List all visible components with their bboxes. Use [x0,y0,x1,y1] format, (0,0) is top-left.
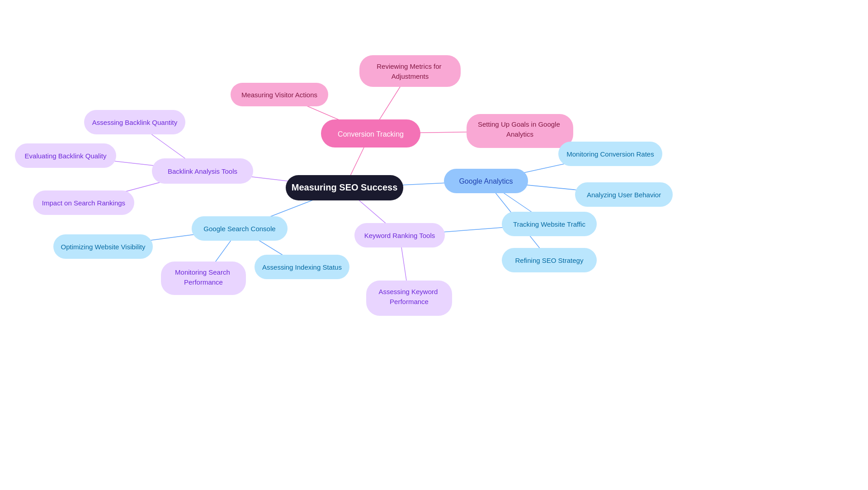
reviewing-metrics-node[interactable] [359,55,461,87]
assessing-indexing-label: Assessing Indexing Status [262,263,342,271]
analyzing-user-label: Analyzing User Behavior [587,191,661,199]
backlink-tools-label: Backlink Analysis Tools [168,167,237,175]
optimizing-visibility-label: Optimizing Website Visibility [61,243,146,251]
tracking-traffic-label: Tracking Website Traffic [513,220,585,228]
keyword-ranking-label: Keyword Ranking Tools [364,232,435,239]
impact-search-label: Impact on Search Rankings [42,199,125,207]
center-label: Measuring SEO Success [292,182,398,192]
conversion-tracking-label: Conversion Tracking [338,130,404,138]
measuring-visitor-label: Measuring Visitor Actions [241,91,317,99]
refining-seo-label: Refining SEO Strategy [515,257,584,264]
google-search-console-label: Google Search Console [203,225,275,233]
evaluating-backlink-label: Evaluating Backlink Quality [25,152,107,160]
assessing-backlink-qty-label: Assessing Backlink Quantity [92,119,178,126]
monitoring-conversion-label: Monitoring Conversion Rates [566,150,654,158]
google-analytics-label: Google Analytics [459,177,513,185]
